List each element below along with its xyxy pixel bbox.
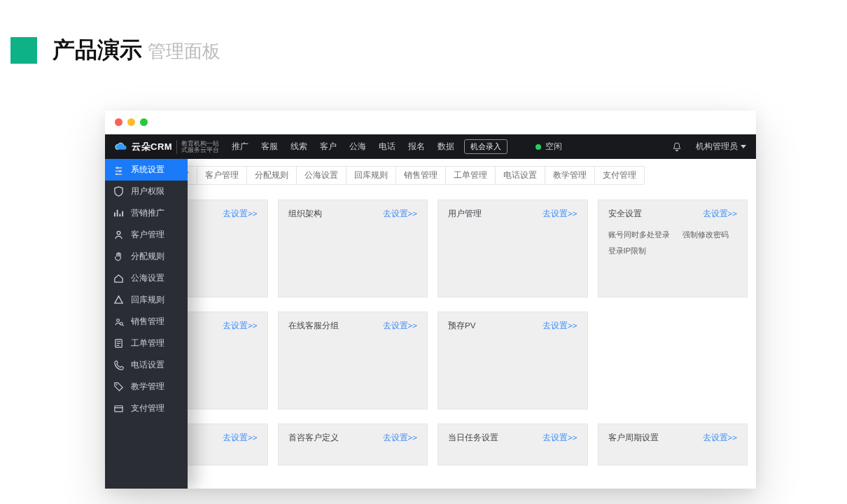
go-settings-link[interactable]: 去设置>> [703, 209, 737, 219]
go-settings-link[interactable]: 去设置>> [542, 433, 577, 443]
category-tab[interactable]: 工单管理 [446, 166, 496, 185]
card-title: 预存PV [448, 321, 475, 330]
sidebar-item-dispatch[interactable]: 分配规则 [105, 246, 188, 267]
category-tab[interactable]: 回库规则 [346, 166, 396, 185]
settings-card: 安全设置去设置>>账号同时多处登录强制修改密码登录IP限制 [598, 200, 748, 298]
topnav: 推广客服线索客户公海电话报名数据 [232, 141, 454, 153]
bell-icon[interactable] [672, 142, 682, 152]
card-row-3: 去设置>>首咨客户定义去设置>>当日任务设置去设置>>客户周期设置去设置>> [188, 424, 748, 465]
hand-icon [113, 251, 124, 262]
category-tab[interactable]: 教学管理 [545, 166, 595, 185]
sidebar-item-ticket[interactable]: 工单管理 [105, 332, 188, 354]
settings-card: 在线客服分组去设置>> [278, 312, 428, 410]
sidebar-item-label: 营销推广 [131, 207, 164, 219]
doc-icon [113, 338, 124, 349]
go-settings-link[interactable]: 去设置>> [383, 433, 417, 443]
category-tab[interactable]: 支付管理 [595, 166, 645, 185]
status-label: 空闲 [545, 141, 562, 153]
topnav-item[interactable]: 客服 [261, 141, 278, 153]
category-tab[interactable]: 公海设置 [297, 166, 346, 185]
sidebar-item-label: 公海设置 [131, 272, 164, 284]
logo[interactable]: 云朵CRM 教育机构一站式服务云平台 [115, 140, 219, 154]
go-settings-link[interactable]: 去设置>> [542, 209, 577, 219]
phone-icon [113, 360, 124, 370]
sidebar: 系统设置用户权限营销推广客户管理分配规则公海设置回库规则销售管理工单管理电话设置… [105, 159, 188, 489]
sidebar-item-label: 电话设置 [131, 359, 164, 371]
content: 营销推广客户管理分配规则公海设置回库规则销售管理工单管理电话设置教学管理支付管理… [188, 159, 756, 489]
minimize-icon[interactable] [127, 118, 135, 126]
page-title: 产品演示 [52, 37, 142, 62]
settings-card: 去设置>> [188, 424, 268, 465]
svg-point-5 [120, 322, 122, 325]
person-icon [113, 230, 124, 240]
category-tab[interactable]: 分配规则 [247, 166, 297, 185]
sidebar-item-label: 用户权限 [131, 186, 164, 197]
category-tab[interactable]: 销售管理 [396, 166, 446, 185]
bars-icon [113, 208, 124, 218]
settings-card: 去设置>> [188, 200, 268, 298]
brand-name: 云朵CRM [132, 141, 172, 153]
sidebar-item-recycle[interactable]: 回库规则 [105, 289, 188, 311]
topnav-item[interactable]: 公海 [349, 141, 366, 153]
go-settings-link[interactable]: 去设置>> [223, 209, 257, 219]
go-settings-link[interactable]: 去设置>> [383, 321, 417, 331]
sidebar-item-phone[interactable]: 电话设置 [105, 354, 188, 376]
status-indicator[interactable]: 空闲 [536, 141, 562, 153]
category-tab[interactable]: 客户管理 [197, 166, 247, 185]
topnav-item[interactable]: 推广 [232, 141, 248, 153]
brand-tagline: 教育机构一站式服务云平台 [181, 141, 219, 153]
sidebar-item-label: 系统设置 [131, 164, 164, 176]
sidebar-item-system[interactable]: 系统设置 [105, 159, 188, 181]
sidebar-item-auth[interactable]: 用户权限 [105, 181, 188, 202]
header-accent [10, 37, 37, 64]
search-person-icon [113, 316, 124, 327]
sidebar-item-sales[interactable]: 销售管理 [105, 311, 188, 332]
tag-icon [113, 382, 124, 392]
card-tag: 登录IP限制 [608, 246, 646, 256]
go-settings-link[interactable]: 去设置>> [383, 209, 417, 219]
sidebar-item-label: 分配规则 [131, 251, 164, 262]
svg-point-2 [115, 173, 118, 175]
settings-card: 去设置>> [188, 312, 268, 410]
category-tab[interactable]: 营销推广 [188, 166, 197, 185]
user-menu[interactable]: 机构管理员 [696, 141, 746, 153]
close-icon[interactable] [115, 118, 122, 126]
sidebar-item-teach[interactable]: 教学管理 [105, 376, 188, 398]
status-dot-icon [536, 144, 541, 150]
sidebar-item-customer[interactable]: 客户管理 [105, 224, 188, 246]
sidebar-item-sea[interactable]: 公海设置 [105, 267, 188, 289]
go-settings-link[interactable]: 去设置>> [542, 321, 577, 331]
topnav-item[interactable]: 报名 [408, 141, 425, 153]
record-opportunity-button[interactable]: 机会录入 [464, 139, 507, 154]
card-icon [113, 403, 124, 414]
go-settings-link[interactable]: 去设置>> [703, 433, 737, 443]
go-settings-link[interactable]: 去设置>> [223, 321, 257, 331]
svg-point-0 [116, 167, 118, 169]
topnav-item[interactable]: 数据 [438, 141, 454, 153]
app-body: 系统设置用户权限营销推广客户管理分配规则公海设置回库规则销售管理工单管理电话设置… [105, 159, 756, 489]
category-tabs: 营销推广客户管理分配规则公海设置回库规则销售管理工单管理电话设置教学管理支付管理 [188, 166, 645, 185]
topnav-item[interactable]: 线索 [290, 141, 307, 153]
sidebar-item-pay[interactable]: 支付管理 [105, 398, 188, 419]
sidebar-item-label: 支付管理 [131, 402, 164, 414]
settings-card: 客户周期设置去设置>> [598, 424, 748, 465]
topnav-item[interactable]: 电话 [379, 141, 396, 153]
card-tag: 账号同时多处登录 [608, 230, 670, 240]
page-subtitle: 管理面板 [148, 41, 220, 62]
settings-card: 组织架构去设置>> [278, 200, 428, 298]
svg-point-4 [117, 319, 120, 322]
settings-card: 首咨客户定义去设置>> [278, 424, 428, 465]
sliders-icon [113, 164, 124, 175]
zoom-icon[interactable] [140, 118, 148, 126]
card-row-1: 去设置>>组织架构去设置>>用户管理去设置>>安全设置去设置>>账号同时多处登录… [188, 200, 748, 298]
svg-point-7 [116, 384, 118, 386]
window-controls [105, 111, 756, 134]
settings-card: 当日任务设置去设置>> [438, 424, 588, 465]
sidebar-item-marketing[interactable]: 营销推广 [105, 202, 188, 224]
topnav-item[interactable]: 客户 [320, 141, 337, 153]
app-window: 云朵CRM 教育机构一站式服务云平台 推广客服线索客户公海电话报名数据 机会录入… [105, 111, 756, 489]
category-tab[interactable]: 电话设置 [496, 166, 545, 185]
cloud-icon [115, 142, 127, 152]
settings-card: 预存PV去设置>> [438, 312, 588, 410]
go-settings-link[interactable]: 去设置>> [223, 433, 257, 443]
